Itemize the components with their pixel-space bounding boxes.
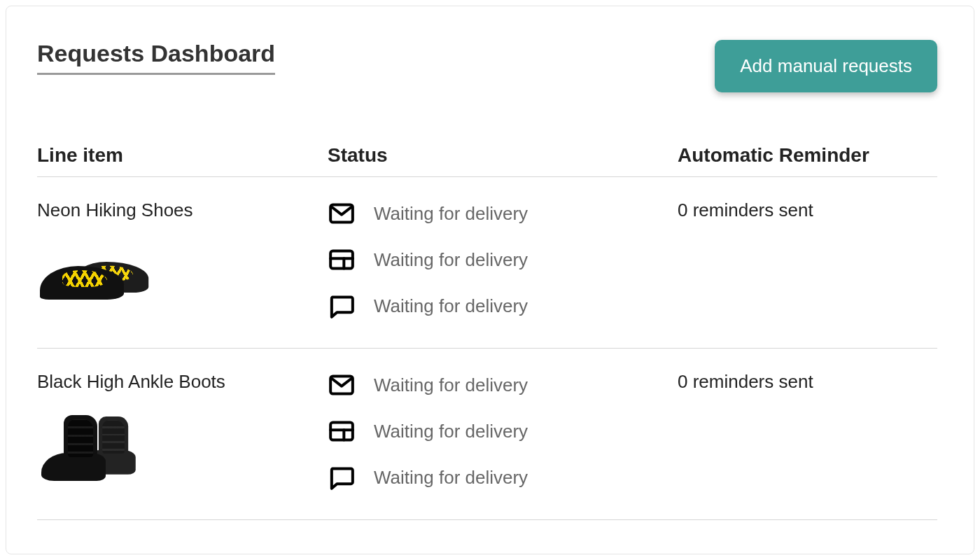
status-list: Waiting for delivery Waiting for deliver…: [328, 200, 678, 320]
page-title: Requests Dashboard: [37, 40, 275, 75]
status-cell: Waiting for delivery Waiting for deliver…: [328, 349, 678, 520]
column-header-reminder: Automatic Reminder: [678, 144, 937, 177]
chat-icon: [328, 292, 356, 320]
status-text: Waiting for delivery: [374, 203, 528, 225]
status-line-web: Waiting for delivery: [328, 246, 678, 274]
status-list: Waiting for delivery Waiting for deliver…: [328, 371, 678, 491]
status-text: Waiting for delivery: [374, 421, 528, 442]
status-text: Waiting for delivery: [374, 295, 528, 317]
header-row: Requests Dashboard Add manual requests: [37, 40, 937, 92]
mail-icon: [328, 371, 356, 399]
status-line-email: Waiting for delivery: [328, 200, 678, 227]
reminder-count: 0 reminders sent: [678, 200, 937, 221]
mail-icon: [328, 200, 356, 227]
web-card-icon: [328, 246, 356, 274]
line-item-name: Black High Ankle Boots: [37, 371, 328, 393]
status-text: Waiting for delivery: [374, 249, 528, 271]
dashboard-card: Requests Dashboard Add manual requests L…: [6, 6, 974, 554]
status-cell: Waiting for delivery Waiting for deliver…: [328, 177, 678, 349]
status-text: Waiting for delivery: [374, 374, 528, 396]
status-line-web: Waiting for delivery: [328, 417, 678, 445]
table-row: Neon Hiking Shoes: [37, 177, 328, 349]
table-row: Black High Ankle Boots: [37, 349, 328, 520]
status-line-chat: Waiting for delivery: [328, 292, 678, 320]
reminder-count: 0 reminders sent: [678, 371, 937, 393]
column-header-status: Status: [328, 144, 678, 177]
column-header-line-item: Line item: [37, 144, 328, 177]
add-manual-requests-button[interactable]: Add manual requests: [715, 40, 937, 92]
reminder-cell: 0 reminders sent: [678, 349, 937, 520]
line-item-name: Neon Hiking Shoes: [37, 200, 328, 221]
product-thumbnail: [37, 241, 149, 311]
chat-icon: [328, 463, 356, 491]
requests-table: Line item Status Automatic Reminder Neon…: [37, 144, 937, 520]
status-line-chat: Waiting for delivery: [328, 463, 678, 491]
product-thumbnail: [37, 412, 149, 482]
status-line-email: Waiting for delivery: [328, 371, 678, 399]
web-card-icon: [328, 417, 356, 445]
status-text: Waiting for delivery: [374, 467, 528, 489]
reminder-cell: 0 reminders sent: [678, 177, 937, 349]
